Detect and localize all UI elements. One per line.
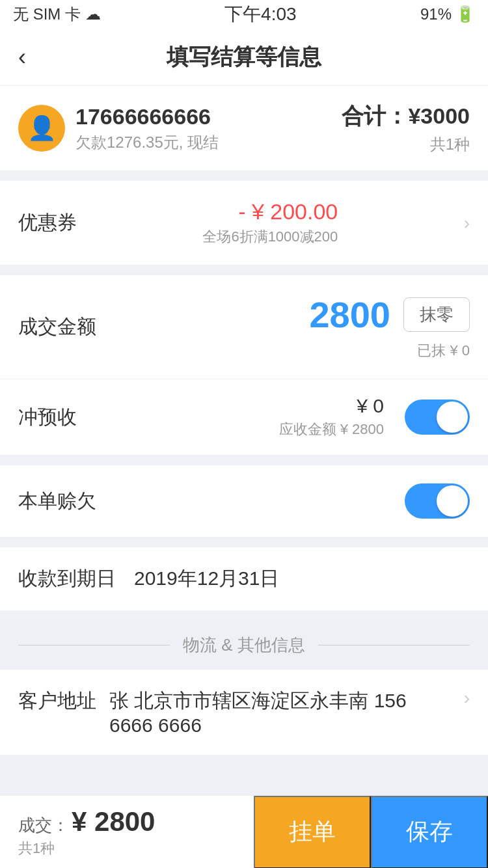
user-card: 👤 17666666666 欠款1276.35元, 现结 合计：¥3000 共1…	[0, 86, 488, 170]
pending-button[interactable]: 挂单	[254, 796, 371, 869]
avatar: 👤	[18, 105, 65, 152]
divider-line-left	[18, 645, 170, 645]
user-phone: 17666666666	[75, 104, 219, 129]
deal-amount-number: 2800	[309, 293, 390, 336]
address-chevron-icon: ›	[464, 688, 470, 709]
nav-bar: ‹ 填写结算等信息	[0, 29, 488, 86]
prepaid-toggle-knob	[437, 401, 468, 433]
user-left: 👤 17666666666 欠款1276.35元, 现结	[18, 104, 219, 153]
due-date-value: 2019年12月31日	[134, 565, 279, 592]
coupon-value: - ¥ 200.00	[202, 199, 338, 224]
bottom-deal-label: 成交：	[18, 814, 69, 837]
deal-section: 成交金额 2800 抹零 已抹 ¥ 0 冲预收 ¥ 0 应收金额 ¥ 2800	[0, 275, 488, 455]
prepaid-toggle[interactable]	[405, 400, 470, 435]
deal-sub-text: 已抹 ¥ 0	[417, 341, 470, 360]
divider-line-right	[318, 645, 470, 645]
due-label: 收款到期日	[18, 565, 116, 592]
user-info: 17666666666 欠款1276.35元, 现结	[75, 104, 219, 153]
address-label: 客户地址	[18, 688, 96, 714]
back-button[interactable]: ‹	[18, 44, 26, 71]
prepaid-info: ¥ 0 应收金额 ¥ 2800	[279, 395, 384, 439]
avatar-icon: 👤	[27, 115, 57, 142]
bottom-count: 共1种	[18, 839, 236, 858]
user-total: 合计：¥3000 共1种	[342, 102, 470, 155]
battery-label: 91%	[420, 5, 452, 23]
divider-section: 物流 & 其他信息	[0, 621, 488, 670]
coupon-label: 优惠券	[18, 210, 77, 236]
total-amount: 合计：¥3000	[342, 102, 470, 131]
bottom-summary: 成交： ¥ 2800 共1种	[0, 806, 254, 858]
divider-text: 物流 & 其他信息	[183, 634, 305, 657]
prepaid-row: 冲预收 ¥ 0 应收金额 ¥ 2800	[0, 379, 488, 455]
status-time: 下午4:03	[224, 2, 297, 27]
deal-label: 成交金额	[18, 314, 96, 340]
debt-toggle[interactable]	[405, 483, 470, 519]
deal-amount-row: 成交金额 2800 抹零 已抹 ¥ 0	[0, 275, 488, 379]
status-bar: 无 SIM 卡 ☁ 下午4:03 91% 🔋	[0, 0, 488, 29]
battery-icon: 🔋	[455, 5, 475, 23]
debt-section: 本单赊欠	[0, 465, 488, 537]
page-title: 填写结算等信息	[167, 42, 321, 72]
due-date-section: 收款到期日 2019年12月31日	[0, 547, 488, 610]
deal-amount-wrap: 2800 抹零	[309, 293, 470, 336]
bottom-amount: ¥ 2800	[72, 806, 155, 837]
address-value: 张 北京市市辖区海淀区永丰南 156 6666 6666	[109, 688, 451, 737]
coupon-desc: 全场6折满1000减200	[202, 227, 338, 247]
prepaid-amount: ¥ 0	[279, 395, 384, 417]
address-section[interactable]: 客户地址 张 北京市市辖区海淀区永丰南 156 6666 6666 ›	[0, 670, 488, 755]
total-count: 共1种	[342, 134, 470, 155]
prepaid-label: 冲预收	[18, 404, 77, 431]
coupon-row[interactable]: 优惠券 - ¥ 200.00 全场6折满1000减200 ›	[0, 181, 488, 265]
content: 👤 17666666666 欠款1276.35元, 现结 合计：¥3000 共1…	[0, 86, 488, 868]
coupon-chevron-icon: ›	[464, 213, 470, 234]
debt-toggle-knob	[437, 485, 468, 517]
user-debt: 欠款1276.35元, 现结	[75, 132, 219, 153]
status-left: 无 SIM 卡 ☁	[13, 4, 101, 25]
status-right: 91% 🔋	[420, 5, 475, 23]
prepaid-sub: 应收金额 ¥ 2800	[279, 420, 384, 439]
bottom-bar: 成交： ¥ 2800 共1种 挂单 保存	[0, 795, 488, 868]
round-zero-button[interactable]: 抹零	[403, 297, 470, 332]
sim-label: 无 SIM 卡 ☁	[13, 4, 101, 25]
debt-label: 本单赊欠	[18, 488, 96, 515]
save-button[interactable]: 保存	[371, 796, 488, 869]
coupon-section: 优惠券 - ¥ 200.00 全场6折满1000减200 ›	[0, 181, 488, 265]
